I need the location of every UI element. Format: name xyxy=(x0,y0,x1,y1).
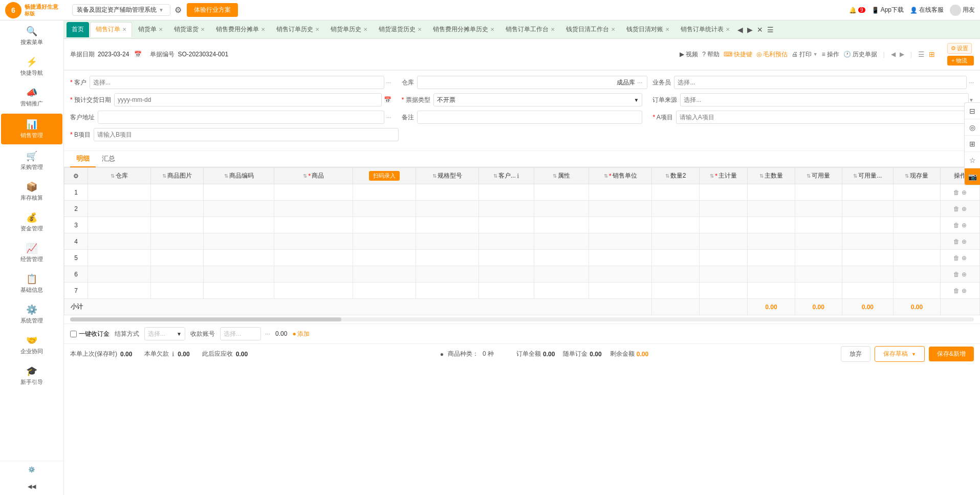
tab-refund-history[interactable]: 销货退货历史 ✕ xyxy=(374,22,427,37)
tab-close-refund[interactable]: ✕ xyxy=(201,27,205,32)
cust-info-icon[interactable]: ℹ xyxy=(517,173,519,180)
product-sort-icon[interactable]: ⇅ xyxy=(303,173,307,179)
tab-menu-btn[interactable]: ☰ xyxy=(765,26,776,34)
sidebar-item-purchase[interactable]: 🛒 采购管理 xyxy=(0,145,63,176)
salesperson-input[interactable] xyxy=(674,76,967,89)
code-sort-icon[interactable]: ⇅ xyxy=(224,173,228,179)
settings-gear-icon[interactable]: ⚙ xyxy=(175,5,182,15)
row1-copy-icon[interactable]: ⊕ xyxy=(962,189,967,196)
system-title[interactable]: 装备及固定资产辅助管理系统 ▼ xyxy=(72,4,170,16)
sidebar-item-guide[interactable]: 🎓 新手引导 xyxy=(0,360,63,391)
row1-delete-icon[interactable]: 🗑 xyxy=(953,189,960,196)
tab-sales-fee[interactable]: 销售费用分摊单 ✕ xyxy=(211,22,270,37)
sidebar-settings-btn[interactable]: ⚙️ xyxy=(0,461,63,478)
cust-sort-icon[interactable]: ⇅ xyxy=(493,173,497,179)
tab-sales-workbench[interactable]: 销售订单工作台 ✕ xyxy=(500,22,560,37)
right-btn-2[interactable]: ◎ xyxy=(965,119,980,136)
tab-sales-stats[interactable]: 销售订单统计表 ✕ xyxy=(676,22,735,37)
tab-close-stats[interactable]: ✕ xyxy=(726,27,730,32)
account-expand-icon[interactable]: ··· xyxy=(265,330,270,337)
tab-close-all-btn[interactable]: ✕ xyxy=(755,26,765,34)
tab-home[interactable]: 首页 xyxy=(67,22,89,37)
attr-sort-icon[interactable]: ⇅ xyxy=(553,173,557,179)
app-download-btn[interactable]: 📱 App下载 xyxy=(872,6,904,14)
tab-summary[interactable]: 汇总 xyxy=(96,151,121,166)
tab-sales-order[interactable]: 销售订单 ✕ xyxy=(90,22,132,37)
main-unit-sort-icon[interactable]: ⇅ xyxy=(710,173,714,179)
main-qty-sort-icon[interactable]: ⇅ xyxy=(759,173,764,179)
tab-sales-return[interactable]: 销货单 ✕ xyxy=(133,22,168,37)
delivery-date-calendar-icon[interactable]: 📅 xyxy=(384,96,391,103)
customer-expand-icon[interactable]: ··· xyxy=(386,79,391,86)
notification-btn[interactable]: 🔔 9 🔔 xyxy=(849,7,865,14)
header-settings-btn[interactable]: ⚙ 设置 xyxy=(947,43,972,54)
online-service-btn[interactable]: 👤 在线客服 xyxy=(910,6,944,14)
image-sort-icon[interactable]: ⇅ xyxy=(162,173,166,179)
row7-delete-icon[interactable]: 🗑 xyxy=(953,287,960,294)
calendar-icon[interactable]: 📅 xyxy=(134,51,142,58)
right-btn-5[interactable]: 📷 xyxy=(965,168,980,185)
delivery-date-input[interactable] xyxy=(114,93,382,106)
scan-input-btn[interactable]: 扫码录入 xyxy=(369,171,400,181)
row4-copy-icon[interactable]: ⊕ xyxy=(962,238,967,245)
avail2-sort-icon[interactable]: ⇅ xyxy=(853,173,857,179)
sidebar-item-marketing[interactable]: 📣 营销推广 xyxy=(0,82,63,113)
row2-delete-icon[interactable]: 🗑 xyxy=(953,205,960,212)
row7-copy-icon[interactable]: ⊕ xyxy=(962,287,967,294)
row5-delete-icon[interactable]: 🗑 xyxy=(953,254,960,262)
row4-delete-icon[interactable]: 🗑 xyxy=(953,238,960,245)
tab-fee-history[interactable]: 销售费用分摊单历史 ✕ xyxy=(428,22,499,37)
tab-close-history[interactable]: ✕ xyxy=(315,27,319,32)
discard-btn[interactable]: 放弃 xyxy=(841,346,870,362)
right-btn-1[interactable]: ⊟ xyxy=(965,103,980,119)
print-dropdown-icon[interactable]: ▼ xyxy=(813,52,818,57)
save-draft-btn[interactable]: 保存草稿 ▼ xyxy=(875,346,925,362)
tab-sales-history[interactable]: 销售订单历史 ✕ xyxy=(271,22,324,37)
industry-btn[interactable]: 体验行业方案 xyxy=(187,3,238,17)
tab-close-credit[interactable]: ✕ xyxy=(611,27,615,32)
right-btn-4[interactable]: ☆ xyxy=(965,152,980,168)
tab-close-return-history[interactable]: ✕ xyxy=(363,27,367,32)
toolbar-left-arrow[interactable]: ◀ xyxy=(891,51,896,58)
account-select[interactable]: 选择... xyxy=(220,327,261,340)
sidebar-item-inventory[interactable]: 📦 库存核算 xyxy=(0,176,63,207)
address-expand-icon[interactable]: ··· xyxy=(386,114,391,121)
payment-method-select[interactable]: 选择... ▼ xyxy=(144,327,185,340)
tab-close-workbench[interactable]: ✕ xyxy=(551,27,555,32)
sidebar-item-sales[interactable]: 📊 销售管理 xyxy=(1,114,62,144)
toolbar-print-btn[interactable]: 🖨 打印 ▼ xyxy=(792,50,818,59)
toolbar-history-btn[interactable]: 🕐 历史单据 xyxy=(843,50,877,59)
stock-sort-icon[interactable]: ⇅ xyxy=(905,173,909,179)
warehouse-expand-icon[interactable]: ··· xyxy=(637,79,642,86)
row5-copy-icon[interactable]: ⊕ xyxy=(962,254,967,262)
avail-sort-icon[interactable]: ⇅ xyxy=(807,173,811,179)
tab-sales-refund[interactable]: 销货退货 ✕ xyxy=(169,22,210,37)
toolbar-profit-btn[interactable]: ◎ 毛利预估 xyxy=(756,50,788,59)
tab-sales-return-history[interactable]: 销货单历史 ✕ xyxy=(325,22,373,37)
sidebar-item-cooperation[interactable]: 🤝 企业协同 xyxy=(0,330,63,360)
sidebar-item-operations[interactable]: 📈 经营管理 xyxy=(0,238,63,268)
tab-prev-btn[interactable]: ◀ xyxy=(735,26,745,34)
row3-copy-icon[interactable]: ⊕ xyxy=(962,222,967,229)
tab-credit-reconcile[interactable]: 钱货日清对账 ✕ xyxy=(621,22,674,37)
sidebar-item-quick-nav[interactable]: ⚡ 快捷导航 xyxy=(0,51,63,82)
toolbar-view-mode-list[interactable]: ☰ xyxy=(918,50,925,58)
customer-address-input[interactable] xyxy=(98,111,384,124)
sidebar-item-basic[interactable]: 📋 基础信息 xyxy=(0,268,63,299)
tab-close-sales-return[interactable]: ✕ xyxy=(159,27,163,32)
a-project-input[interactable] xyxy=(676,111,974,124)
row6-copy-icon[interactable]: ⊕ xyxy=(962,271,967,278)
tab-detail[interactable]: 明细 xyxy=(70,151,96,167)
unit-sort-icon[interactable]: ⇅ xyxy=(604,173,608,179)
tab-next-btn[interactable]: ▶ xyxy=(745,26,755,34)
toolbar-operations-btn[interactable]: ≡ 操作 xyxy=(822,50,839,59)
save-draft-dropdown-icon[interactable]: ▼ xyxy=(911,352,916,357)
horizontal-scrollbar[interactable] xyxy=(70,317,974,321)
remark-input[interactable] xyxy=(417,111,643,124)
spec-sort-icon[interactable]: ⇅ xyxy=(432,173,437,179)
tab-close-sales-order[interactable]: ✕ xyxy=(122,27,126,32)
b-project-input[interactable] xyxy=(94,128,399,141)
right-btn-3[interactable]: ⊞ xyxy=(965,136,980,152)
tab-credit-daily[interactable]: 钱货日清工作台 ✕ xyxy=(561,22,620,37)
customer-input[interactable] xyxy=(90,76,384,89)
